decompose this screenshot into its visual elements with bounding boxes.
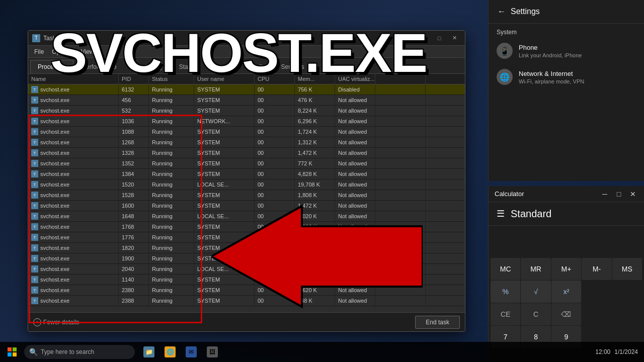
cell-name: T svchost.exe [28,179,119,190]
taskbar-search[interactable]: 🔍 Type here to search [24,345,135,359]
table-row[interactable]: T svchost.exe 532 Running SYSTEM 00 8,22… [28,106,465,116]
settings-header: ← Settings [489,0,644,24]
tab-app-history[interactable]: App history [125,60,171,73]
tab-performance[interactable]: Performance [74,60,124,73]
cell-mem: 1,620 K [295,285,335,295]
table-row[interactable]: T svchost.exe 1768 Running SYSTEM 00 1,0… [28,222,465,232]
tab-processes[interactable]: Processes [30,60,73,73]
table-row[interactable]: T svchost.exe 1776 Running SYSTEM 00 — N… [28,232,465,243]
cell-extra [375,190,426,200]
table-row[interactable]: T svchost.exe 2040 Running LOCAL SE... 0… [28,264,465,275]
table-row[interactable]: T svchost.exe 6132 Running SYSTEM 00 756… [28,84,465,95]
calc-button-c[interactable]: C [521,303,550,325]
table-row[interactable]: T svchost.exe 1600 Running SYSTEM 00 1,4… [28,201,465,211]
calc-button-ms[interactable]: MS [612,258,642,280]
cell-status: Running [149,137,194,147]
calc-close-button[interactable]: ✕ [626,187,640,201]
calc-button-mr[interactable]: MR [521,258,550,280]
settings-item-network[interactable]: 🌐 Network & Internet Wi-Fi, airplane mod… [489,64,644,90]
calc-button-[interactable] [582,281,611,303]
cell-name: T svchost.exe [28,137,119,147]
calc-button-[interactable] [612,303,642,325]
start-button[interactable] [2,342,22,362]
menu-file[interactable]: File [30,47,48,56]
cell-cpu: 00 [255,179,295,190]
cell-cpu: 00 [255,211,295,221]
cell-name: T svchost.exe [28,211,119,221]
calc-button-x-[interactable]: x² [551,281,581,303]
col-name[interactable]: Name [28,74,119,84]
settings-back-button[interactable]: ← [497,6,507,17]
taskbar-app-3[interactable]: ✉ [181,342,201,362]
calc-button--[interactable]: √ [521,281,550,303]
tab-startup[interactable]: Startup [172,60,206,73]
calc-minimize-button[interactable]: ─ [598,187,612,201]
col-cpu[interactable]: CPU [255,74,295,84]
col-uac[interactable]: UAC virtualiz... [335,74,375,84]
table-row[interactable]: T svchost.exe 1900 Running SYSTEM 00 — N… [28,253,465,264]
table-row[interactable]: T svchost.exe 1328 Running SYSTEM 00 1,4… [28,148,465,158]
table-row[interactable]: T svchost.exe 1648 Running LOCAL SE... 0… [28,211,465,222]
cell-name: T svchost.exe [28,148,119,158]
cell-name: T svchost.exe [28,127,119,137]
process-icon: T [31,160,38,167]
calc-button-m-[interactable]: M- [582,258,611,280]
col-username[interactable]: User name [194,74,255,84]
col-status[interactable]: Status [149,74,194,84]
settings-item-phone[interactable]: 📱 Phone Link your Android, iPhone [489,38,644,64]
calc-maximize-button[interactable]: □ [612,187,626,201]
tab-details[interactable]: Details [239,60,273,73]
cell-uac: Not allowed [335,211,375,221]
table-row[interactable]: T svchost.exe 1520 Running LOCAL SE... 0… [28,179,465,190]
table-row[interactable]: T svchost.exe 1268 Running SYSTEM 00 1,3… [28,137,465,148]
fewer-details-button[interactable]: ▲ Fewer details [33,318,79,326]
cell-status: Running [149,179,194,190]
close-button[interactable]: ✕ [448,34,461,43]
settings-phone-info: Phone Link your Android, iPhone [519,44,636,58]
table-row[interactable]: T svchost.exe 1820 Running SYSTEM 00 — N… [28,243,465,253]
table-row[interactable]: T svchost.exe 1036 Running NETWORK... 00… [28,116,465,127]
table-row[interactable]: T svchost.exe 1352 Running SYSTEM 00 772… [28,158,465,169]
taskbar-app-4[interactable]: 🖼 [202,342,222,362]
cell-name: T svchost.exe [28,285,119,295]
calc-button-[interactable] [612,281,642,303]
col-pid[interactable]: PID [119,74,149,84]
cell-extra [375,169,426,179]
calculator-menu-icon[interactable]: ☰ [495,206,507,221]
col-mem[interactable]: Mem... [295,74,335,84]
table-row[interactable]: T svchost.exe 1528 Running SYSTEM 00 1,8… [28,190,465,201]
table-row[interactable]: T svchost.exe 1088 Running SYSTEM 00 1,7… [28,127,465,137]
minimize-button[interactable]: ─ [418,34,431,43]
table-row[interactable]: T svchost.exe 456 Running SYSTEM 00 476 … [28,95,465,106]
process-table-body[interactable]: T svchost.exe 6132 Running SYSTEM 00 756… [28,84,465,312]
taskbar-app-1[interactable]: 📁 [139,342,159,362]
process-icon: T [31,149,38,156]
table-row[interactable]: T svchost.exe 1140 Running SYSTEM 00 — N… [28,275,465,285]
calc-button-mc[interactable]: MC [491,258,520,280]
cell-uac: Not allowed [335,158,375,168]
menu-view[interactable]: View [77,47,98,56]
cell-uac: Not allowed [335,264,375,274]
cell-user: LOCAL SE... [194,264,255,274]
maximize-button[interactable]: □ [433,34,446,43]
calc-button-m-[interactable]: M+ [551,258,581,280]
cell-extra [375,264,426,274]
cell-pid: 1140 [119,275,149,285]
calc-button--[interactable]: ⌫ [551,303,581,325]
table-row[interactable]: T svchost.exe 1384 Running SYSTEM 00 4,8… [28,169,465,179]
table-row[interactable]: T svchost.exe 2388 Running SYSTEM 00 648… [28,296,465,306]
calc-button-[interactable] [582,303,611,325]
end-task-button[interactable]: End task [415,316,460,329]
taskbar-app-2[interactable]: 🌐 [160,342,180,362]
process-icon: T [31,107,38,114]
cell-user: SYSTEM [194,148,255,158]
calc-button--[interactable]: % [491,281,520,303]
menu-options[interactable]: Options [48,47,76,56]
cell-name: T svchost.exe [28,296,119,306]
cell-status: Running [149,243,194,253]
tab-users[interactable]: Users [207,60,237,73]
calculator-titlebar: Calculator ─ □ ✕ [489,186,644,202]
tab-services[interactable]: Services [274,60,312,73]
table-row[interactable]: T svchost.exe 2380 Running SYSTEM 00 1,6… [28,285,465,296]
calc-button-ce[interactable]: CE [491,303,520,325]
